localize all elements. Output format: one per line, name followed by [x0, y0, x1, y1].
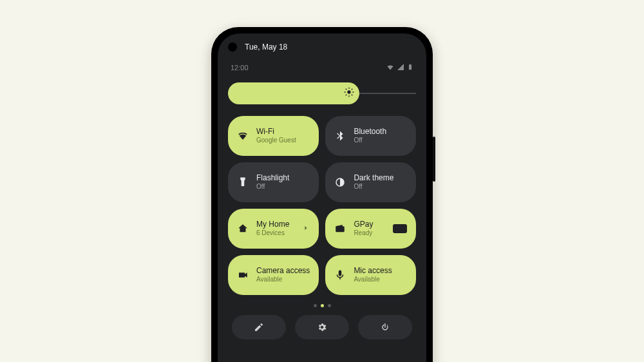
screen: Tue, May 18 12:00 — [218, 33, 426, 362]
home-icon — [237, 223, 249, 234]
wifi-icon — [237, 130, 249, 142]
tile-title: Camera access — [256, 267, 310, 276]
tile-wifi[interactable]: Wi-Fi Google Guest — [228, 116, 319, 156]
mic-icon — [334, 269, 346, 281]
wifi-status-icon — [386, 63, 394, 72]
camera-hole — [228, 43, 237, 52]
tile-subtitle: Google Guest — [256, 137, 296, 144]
edit-button[interactable] — [232, 315, 286, 339]
status-bar: 12:00 — [218, 63, 426, 72]
tile-subtitle: Available — [256, 276, 310, 283]
tile-title: GPay — [354, 220, 373, 229]
power-button[interactable] — [358, 315, 412, 339]
tile-flashlight[interactable]: Flashlight Off — [228, 162, 319, 202]
brightness-icon — [344, 87, 354, 100]
pager-dot — [328, 304, 331, 307]
pager-dot-active — [321, 304, 324, 307]
tile-title: Wi-Fi — [256, 128, 296, 137]
tile-subtitle: Off — [256, 183, 289, 191]
tile-home[interactable]: My Home 6 Devices — [228, 209, 319, 249]
settings-button[interactable] — [295, 315, 349, 339]
chevron-right-icon — [302, 223, 310, 234]
dark-theme-icon — [334, 176, 346, 188]
brightness-fill — [228, 82, 359, 104]
bottom-actions — [228, 315, 416, 339]
bluetooth-icon — [334, 130, 346, 142]
quick-settings-tiles: Wi-Fi Google Guest Bluetooth Off — [228, 116, 416, 295]
flashlight-icon — [237, 176, 249, 188]
tile-bluetooth[interactable]: Bluetooth Off — [325, 116, 416, 156]
tile-title: Dark theme — [354, 174, 393, 183]
battery-status-icon — [407, 63, 413, 72]
side-button — [433, 137, 435, 182]
tile-subtitle: Off — [354, 183, 393, 191]
pager-dot — [314, 304, 317, 307]
brightness-slider[interactable] — [228, 82, 416, 104]
signal-status-icon — [397, 63, 404, 72]
svg-line-6 — [352, 95, 352, 95]
tile-subtitle: Available — [354, 276, 392, 283]
card-icon — [393, 224, 407, 233]
tile-gpay[interactable]: GPay Ready — [325, 209, 416, 249]
camera-icon — [237, 269, 249, 281]
svg-line-5 — [346, 89, 346, 90]
tile-subtitle: Off — [354, 137, 386, 144]
tile-title: Bluetooth — [354, 128, 386, 137]
tile-subtitle: Ready — [354, 229, 373, 237]
svg-line-7 — [346, 95, 346, 95]
page-indicator — [228, 304, 416, 307]
svg-point-0 — [348, 90, 351, 93]
tile-title: Mic access — [354, 267, 392, 276]
status-date: Tue, May 18 — [245, 43, 287, 52]
tile-dark-theme[interactable]: Dark theme Off — [325, 162, 416, 202]
tile-subtitle: 6 Devices — [256, 229, 289, 237]
tile-mic-access[interactable]: Mic access Available — [325, 255, 416, 295]
wallet-icon — [334, 223, 346, 234]
phone-frame: Tue, May 18 12:00 — [211, 27, 433, 362]
svg-line-8 — [352, 89, 352, 90]
tile-title: Flashlight — [256, 174, 289, 183]
tile-title: My Home — [256, 220, 289, 229]
tile-camera-access[interactable]: Camera access Available — [228, 255, 319, 295]
status-time: 12:00 — [231, 64, 249, 71]
